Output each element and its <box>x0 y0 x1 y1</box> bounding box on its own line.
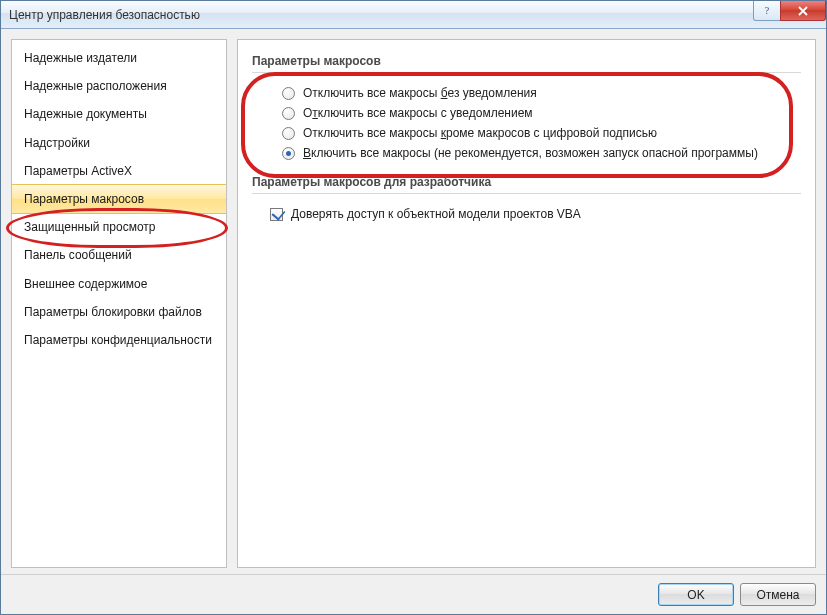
sidebar-item-label: Защищенный просмотр <box>24 220 156 234</box>
group-developer-title: Параметры макросов для разработчика <box>252 169 801 194</box>
titlebar: Центр управления безопасностью ? <box>1 1 826 29</box>
sidebar-item-label: Параметры макросов <box>24 192 144 206</box>
trust-center-dialog: Центр управления безопасностью ? Надежны… <box>0 0 827 615</box>
radio-icon <box>282 147 295 160</box>
sidebar-item-addins[interactable]: Надстройки <box>12 129 226 157</box>
cancel-button[interactable]: Отмена <box>740 583 816 606</box>
sidebar-item-label: Надежные издатели <box>24 51 137 65</box>
sidebar-item-message-bar[interactable]: Панель сообщений <box>12 241 226 269</box>
group-macro-settings-title: Параметры макросов <box>252 48 801 73</box>
checkbox-trust-vba-model[interactable]: Доверять доступ к объектной модели проек… <box>252 204 801 224</box>
radio-icon <box>282 87 295 100</box>
sidebar-item-trusted-publishers[interactable]: Надежные издатели <box>12 44 226 72</box>
sidebar-item-macro-settings[interactable]: Параметры макросов <box>12 184 226 214</box>
radio-disable-with-notify[interactable]: Отключить все макросы с уведомлением <box>282 103 801 123</box>
radio-label: Включить все макросы (не рекомендуется, … <box>303 146 758 160</box>
svg-text:?: ? <box>765 6 770 16</box>
radio-label: Отключить все макросы без уведомления <box>303 86 537 100</box>
help-button[interactable]: ? <box>753 1 781 21</box>
close-button[interactable] <box>780 1 826 21</box>
sidebar-item-label: Надстройки <box>24 136 90 150</box>
sidebar-item-label: Параметры ActiveX <box>24 164 132 178</box>
radio-label: Отключить все макросы кроме макросов с ц… <box>303 126 657 140</box>
macro-settings-radio-group: Отключить все макросы без уведомления От… <box>252 83 801 169</box>
window-title: Центр управления безопасностью <box>9 8 826 22</box>
dialog-footer: OK Отмена <box>1 574 826 614</box>
sidebar-item-privacy[interactable]: Параметры конфиденциальности <box>12 326 226 354</box>
radio-enable-all[interactable]: Включить все макросы (не рекомендуется, … <box>282 143 801 163</box>
sidebar-item-trusted-locations[interactable]: Надежные расположения <box>12 72 226 100</box>
radio-disable-no-notify[interactable]: Отключить все макросы без уведомления <box>282 83 801 103</box>
sidebar-item-label: Параметры конфиденциальности <box>24 333 212 347</box>
sidebar-item-label: Панель сообщений <box>24 248 132 262</box>
window-buttons: ? <box>754 1 826 21</box>
content-panel: Параметры макросов Отключить все макросы… <box>237 39 816 568</box>
sidebar: Надежные издатели Надежные расположения … <box>11 39 227 568</box>
radio-icon <box>282 127 295 140</box>
sidebar-item-activex[interactable]: Параметры ActiveX <box>12 157 226 185</box>
dialog-body: Надежные издатели Надежные расположения … <box>1 29 826 574</box>
sidebar-item-label: Надежные расположения <box>24 79 167 93</box>
radio-disable-except-signed[interactable]: Отключить все макросы кроме макросов с ц… <box>282 123 801 143</box>
sidebar-item-file-block[interactable]: Параметры блокировки файлов <box>12 298 226 326</box>
sidebar-item-protected-view[interactable]: Защищенный просмотр <box>12 213 226 241</box>
sidebar-item-label: Надежные документы <box>24 107 147 121</box>
checkbox-label: Доверять доступ к объектной модели проек… <box>291 207 581 221</box>
ok-button[interactable]: OK <box>658 583 734 606</box>
radio-label: Отключить все макросы с уведомлением <box>303 106 533 120</box>
radio-icon <box>282 107 295 120</box>
sidebar-item-external-content[interactable]: Внешнее содержимое <box>12 270 226 298</box>
sidebar-item-trusted-documents[interactable]: Надежные документы <box>12 100 226 128</box>
sidebar-item-label: Внешнее содержимое <box>24 277 147 291</box>
sidebar-item-label: Параметры блокировки файлов <box>24 305 202 319</box>
checkbox-icon <box>270 208 283 221</box>
